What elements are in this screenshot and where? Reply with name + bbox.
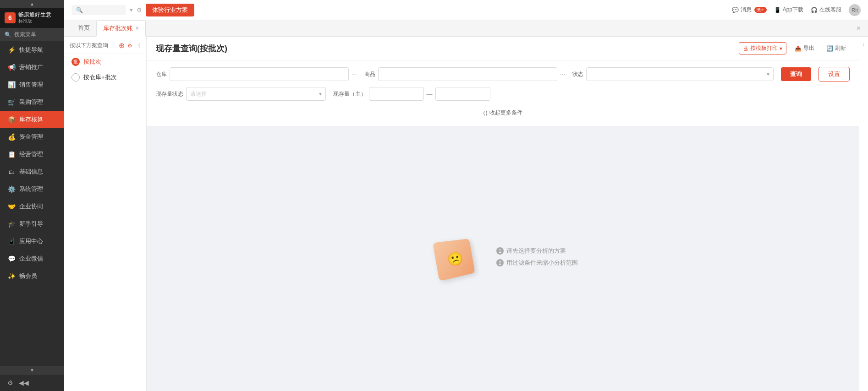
quantity-max-input[interactable]: [435, 87, 490, 101]
sidebar-item-finance[interactable]: 💰 资金管理: [0, 128, 64, 146]
product-label: 商品: [364, 71, 375, 78]
step2-num: 2: [496, 259, 504, 266]
status-label: 状态: [572, 71, 583, 78]
warehouse-dots[interactable]: ···: [352, 71, 357, 78]
topbar-search-box[interactable]: 🔍: [71, 5, 126, 15]
collapse-up-icon: ⟨⟨: [483, 110, 488, 116]
tab-home[interactable]: 首页: [71, 20, 96, 37]
filter-add-icon[interactable]: ⊕: [119, 41, 125, 50]
messages-group[interactable]: 💬 消息 99+: [732, 6, 767, 14]
refresh-icon: 🔄: [826, 45, 833, 52]
sidebar-item-newbie[interactable]: 🎓 新手引导: [0, 215, 64, 233]
product-select[interactable]: [378, 67, 557, 81]
tab-inventory-batch[interactable]: 库存批次账 ×: [96, 20, 146, 37]
wechat-icon: 💬: [7, 255, 16, 263]
sidebar-scroll-up[interactable]: ▲: [0, 0, 64, 8]
basic-icon: 🗂: [7, 168, 16, 176]
sidebar-scroll-down[interactable]: ▼: [0, 366, 64, 374]
nav-label-wechat: 企业微信: [19, 255, 43, 263]
search-icon: 🔍: [5, 32, 11, 38]
empty-text: 1 请先选择要分析的方案 2 用过滤条件来缩小分析范围: [496, 247, 578, 271]
search-menu-label: 搜索菜单: [14, 31, 36, 38]
sidebar-footer: ⚙ ◀◀: [0, 374, 64, 391]
filter-settings-icon[interactable]: ⚙: [127, 43, 132, 49]
operations-icon: 📋: [7, 150, 16, 158]
topbar-dropdown-icon[interactable]: ▾: [130, 6, 133, 13]
quantity-label: 现存量（主）: [333, 90, 366, 98]
topbar-search-icon: 🔍: [76, 7, 83, 13]
collapse-sidebar-icon[interactable]: ◀◀: [19, 379, 29, 386]
sidebar-item-basic[interactable]: 🗂 基础信息: [0, 163, 64, 180]
product-dots[interactable]: ···: [560, 71, 566, 78]
sidebar: ▲ 6 畅康通好生意 标准版 🔍 搜索菜单 ⚡ 快捷导航 📢 营销推广 📊 销售…: [0, 0, 64, 391]
sidebar-search-item[interactable]: 🔍 搜索菜单: [0, 28, 64, 41]
content-area: 按以下方案查询 ⊕ ⚙ 《 批 按批次 按仓库+批次 现存量查询(按批次: [64, 37, 868, 391]
settings-footer-icon[interactable]: ⚙: [7, 379, 13, 386]
sidebar-item-inventory[interactable]: 📦 库存核算: [0, 111, 64, 128]
member-icon: ✨: [7, 272, 16, 280]
marketing-icon: 📢: [7, 63, 16, 71]
warehouse-select[interactable]: [170, 67, 349, 81]
sidebar-item-apps[interactable]: 📱 应用中心: [0, 233, 64, 250]
experience-btn[interactable]: 体验行业方案: [146, 4, 194, 16]
topbar-gear-icon[interactable]: ⚙: [137, 6, 142, 13]
settings-button[interactable]: 设置: [819, 67, 850, 81]
sales-icon: 📊: [7, 81, 16, 89]
sidebar-header: 6 畅康通好生意 标准版: [0, 8, 64, 28]
tab-home-label: 首页: [78, 24, 90, 32]
sidebar-item-sales[interactable]: 📊 销售管理: [0, 76, 64, 93]
nav-label-newbie: 新手引导: [19, 220, 43, 228]
stock-status-dropdown-icon: ▾: [319, 91, 322, 97]
nav-label-marketing: 营销推广: [19, 63, 43, 71]
nav-label-system: 系统管理: [19, 185, 43, 193]
scheme-batch[interactable]: 批 按批次: [64, 54, 146, 70]
filter-panel-header: 按以下方案查询 ⊕ ⚙ 《: [64, 41, 146, 54]
app-version: 标准版: [18, 18, 51, 24]
sidebar-nav: ⚡ 快捷导航 📢 营销推广 📊 销售管理 🛒 采购管理 📦 库存核算 💰 资金管…: [0, 41, 64, 366]
status-filter-item: 状态 ▾: [572, 67, 774, 81]
app-download-group[interactable]: 📱 App下载: [774, 6, 803, 14]
sidebar-item-member[interactable]: ✨ 畅会员: [0, 267, 64, 285]
apps-icon: 📱: [7, 237, 16, 245]
query-button[interactable]: 查询: [781, 67, 811, 81]
sidebar-item-operations[interactable]: 📋 经营管理: [0, 146, 64, 163]
online-service-group[interactable]: 🎧 在线客服: [811, 6, 841, 14]
template-print-btn[interactable]: 🖨 按模板打印 ▾: [739, 42, 786, 54]
sidebar-item-system[interactable]: ⚙️ 系统管理: [0, 180, 64, 198]
print-dropdown-icon[interactable]: ▾: [780, 45, 782, 52]
export-icon: 📤: [795, 45, 802, 52]
sidebar-item-enterprise[interactable]: 🤝 企业协同: [0, 198, 64, 215]
nav-label-finance: 资金管理: [19, 133, 43, 141]
nav-label-sales: 销售管理: [19, 81, 43, 89]
scheme-warehouse-batch-icon: [71, 73, 80, 81]
collapse-conditions-btn[interactable]: ⟨⟨ 收起更多条件: [156, 106, 850, 119]
quantity-min-input[interactable]: [369, 87, 424, 101]
sidebar-item-wechat[interactable]: 💬 企业微信: [0, 250, 64, 267]
main-content: 现存量查询(按批次) 🖨 按模板打印 ▾ 📤 导出 🔄 刷新: [147, 37, 859, 391]
export-btn[interactable]: 📤 导出: [791, 43, 818, 54]
nav-label-purchase: 采购管理: [19, 98, 43, 106]
stock-status-select[interactable]: 请选择 ▾: [186, 87, 326, 101]
sidebar-item-marketing[interactable]: 📢 营销推广: [0, 59, 64, 76]
purchase-icon: 🛒: [7, 98, 16, 106]
tab-close-icon[interactable]: ×: [136, 25, 139, 32]
scheme-warehouse-batch[interactable]: 按仓库+批次: [64, 70, 146, 85]
user-group[interactable]: Rit: [849, 4, 861, 16]
nav-label-inventory: 库存核算: [19, 115, 43, 124]
export-label: 导出: [803, 44, 814, 52]
status-dropdown-icon: ▾: [767, 71, 769, 77]
sidebar-item-shortcut[interactable]: ⚡ 快捷导航: [0, 41, 64, 59]
right-panel-chevron[interactable]: ›: [863, 41, 865, 48]
page-header: 现存量查询(按批次) 🖨 按模板打印 ▾ 📤 导出 🔄 刷新: [147, 37, 859, 60]
filter-row-1: 仓库 ··· 商品 ···: [156, 67, 850, 81]
status-select[interactable]: ▾: [586, 67, 774, 81]
message-icon: 💬: [732, 7, 739, 13]
product-filter-item: 商品 ···: [364, 67, 566, 81]
sidebar-item-purchase[interactable]: 🛒 采购管理: [0, 93, 64, 111]
tab-close-panel-icon[interactable]: ×: [857, 24, 861, 33]
page-actions: 🖨 按模板打印 ▾ 📤 导出 🔄 刷新: [739, 42, 850, 54]
filter-panel: 按以下方案查询 ⊕ ⚙ 《 批 按批次 按仓库+批次: [64, 37, 147, 391]
refresh-btn[interactable]: 🔄 刷新: [823, 43, 850, 54]
filter-collapse-icon[interactable]: 《: [135, 42, 141, 49]
quantity-filter-item: 现存量（主） —: [333, 87, 503, 101]
